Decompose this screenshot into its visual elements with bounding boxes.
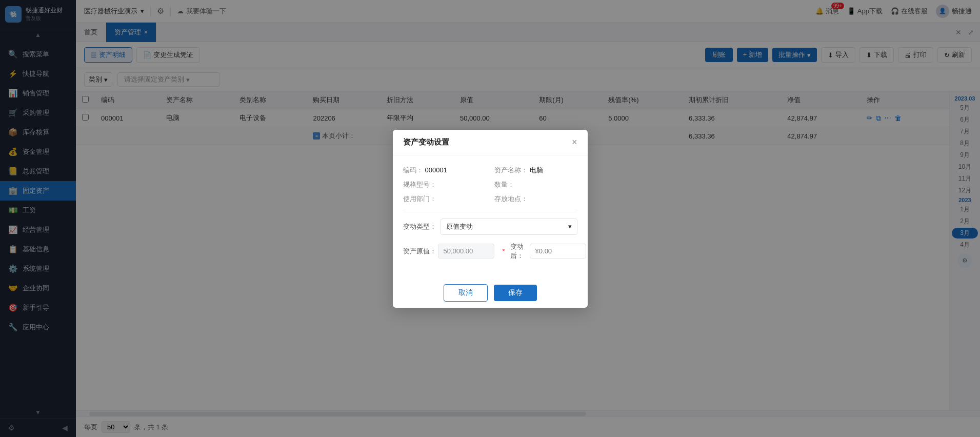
dialog-overlay: 资产变动设置 × 编码： 000001 资产名称： 电脑 规格型号： 数量： bbox=[0, 0, 980, 437]
dialog-location-field: 存放地点： bbox=[494, 194, 577, 204]
dialog-dept-label: 使用部门： bbox=[403, 194, 436, 204]
asset-change-dialog: 资产变动设置 × 编码： 000001 资产名称： 电脑 规格型号： 数量： bbox=[393, 130, 588, 308]
dialog-code-label: 编码： bbox=[403, 166, 423, 175]
dialog-quantity-field: 数量： bbox=[494, 180, 577, 189]
dialog-header: 资产变动设置 × bbox=[393, 130, 588, 155]
dialog-change-type-label: 变动类型： bbox=[403, 222, 436, 231]
dialog-name-value: 电脑 bbox=[530, 166, 543, 175]
dialog-after-label: 变动后： bbox=[510, 242, 524, 261]
dialog-change-type-value: 原值变动 bbox=[446, 222, 473, 231]
dialog-divider bbox=[403, 212, 577, 212]
dialog-spec-field: 规格型号： bbox=[403, 180, 486, 189]
dialog-close-button[interactable]: × bbox=[572, 137, 577, 148]
dialog-required-mark: * bbox=[503, 247, 505, 255]
dialog-title: 资产变动设置 bbox=[403, 137, 449, 147]
save-button[interactable]: 保存 bbox=[494, 285, 537, 301]
dialog-change-type-arrow-icon: ▾ bbox=[568, 223, 572, 230]
dialog-body: 编码： 000001 资产名称： 电脑 规格型号： 数量： 使用部门： bbox=[393, 155, 588, 278]
dialog-spec-label: 规格型号： bbox=[403, 180, 436, 189]
dialog-quantity-label: 数量： bbox=[494, 180, 514, 189]
dialog-dept-field: 使用部门： bbox=[403, 194, 486, 204]
dialog-footer: 取消 保存 bbox=[393, 278, 588, 308]
cancel-button[interactable]: 取消 bbox=[444, 284, 488, 302]
dialog-name-field: 资产名称： 电脑 bbox=[494, 166, 577, 175]
dialog-change-type-select[interactable]: 原值变动 ▾ bbox=[441, 218, 577, 235]
dialog-original-value-label: 资产原值： bbox=[403, 247, 434, 256]
dialog-code-field: 编码： 000001 bbox=[403, 166, 486, 175]
dialog-after-input[interactable] bbox=[530, 244, 586, 259]
dialog-change-type-field: 变动类型： 原值变动 ▾ bbox=[403, 218, 577, 235]
dialog-location-label: 存放地点： bbox=[494, 194, 528, 204]
dialog-value-field: 资产原值： * 变动后： bbox=[403, 242, 577, 261]
dialog-name-label: 资产名称： bbox=[494, 166, 528, 175]
dialog-info-grid: 编码： 000001 资产名称： 电脑 规格型号： 数量： 使用部门： bbox=[403, 166, 577, 204]
dialog-code-value: 000001 bbox=[425, 166, 447, 174]
dialog-original-value-input bbox=[438, 244, 494, 259]
